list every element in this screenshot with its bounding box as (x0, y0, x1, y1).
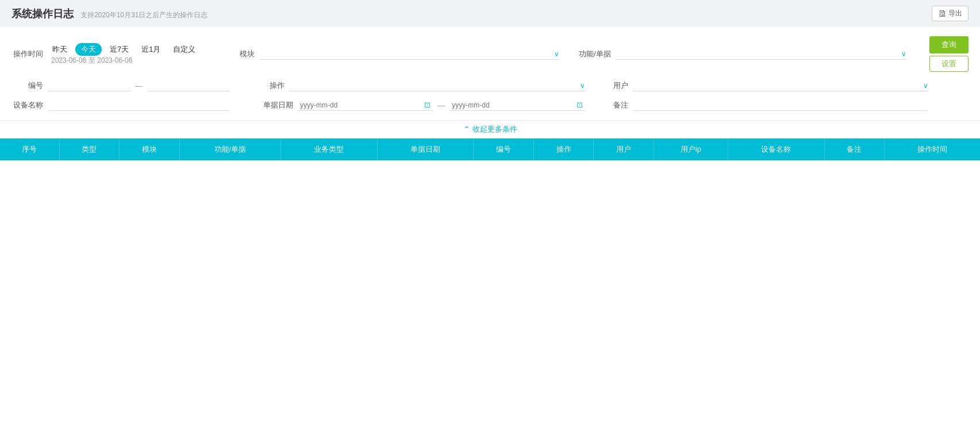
num-end-input[interactable] (147, 80, 230, 91)
operation-chevron-icon: ∨ (580, 82, 585, 90)
voucher-date-label: 单据日期 (253, 100, 293, 110)
func-select[interactable]: ∨ (616, 48, 906, 60)
operation-input[interactable] (289, 81, 578, 90)
num-separator: — (135, 82, 143, 90)
export-icon: 🖺 (938, 9, 946, 18)
user-label: 用户 (597, 80, 628, 91)
time-filter-group: 操作时间 昨天 今天 近7天 近1月 自定义 2023-06-06 至 2023… (11, 43, 200, 66)
user-input[interactable] (633, 81, 921, 90)
main-content: 序号类型模块功能/单据业务类型单据日期编号操作用户用户ip设备名称备注操作时间 … (0, 139, 980, 427)
custom-btn[interactable]: 自定义 (168, 43, 200, 56)
table-header-cell: 单据日期 (377, 139, 474, 160)
table-header: 序号类型模块功能/单据业务类型单据日期编号操作用户用户ip设备名称备注操作时间 (0, 139, 980, 160)
voucher-date-end-input[interactable] (452, 101, 576, 109)
export-label: 导出 (948, 9, 962, 18)
filter-row-1: 操作时间 昨天 今天 近7天 近1月 自定义 2023-06-06 至 2023… (11, 36, 969, 72)
operation-label: 操作 (253, 80, 285, 91)
filter-row-3: 设备名称 单据日期 ⊡ — ⊡ 备注 (11, 99, 969, 111)
table-header-cell: 操作 (533, 139, 593, 160)
module-filter-group: 模块 ∨ (223, 48, 559, 60)
table-header-cell: 模块 (120, 139, 179, 160)
module-select[interactable]: ∨ (259, 48, 559, 60)
table-header-cell: 操作时间 (884, 139, 980, 160)
func-chevron-icon: ∨ (901, 50, 906, 58)
calendar-start-icon[interactable]: ⊡ (424, 101, 431, 109)
func-label: 功能/单据 (571, 49, 611, 59)
settings-button[interactable]: 设置 (929, 56, 969, 72)
voucher-date-end-wrapper: ⊡ (449, 99, 585, 111)
collapse-icon: ⌃ (463, 125, 470, 134)
header-left: 系统操作日志 支持2020年10月31日之后产生的操作日志 (11, 7, 207, 21)
module-label: 模块 (223, 49, 255, 59)
date-range-display: 2023-06-06 至 2023-06-06 (51, 56, 200, 66)
remark-label: 备注 (597, 100, 628, 110)
page-subtitle: 支持2020年10月31日之后产生的操作日志 (80, 10, 207, 20)
table-header-cell: 用户 (594, 139, 654, 160)
func-input[interactable] (616, 49, 899, 58)
voucher-date-start-wrapper: ⊡ (298, 99, 433, 111)
empty-area (0, 160, 980, 333)
table-container: 序号类型模块功能/单据业务类型单据日期编号操作用户用户ip设备名称备注操作时间 (0, 139, 980, 427)
data-table: 序号类型模块功能/单据业务类型单据日期编号操作用户用户ip设备名称备注操作时间 (0, 139, 980, 160)
user-chevron-icon: ∨ (923, 82, 928, 90)
date-separator: — (437, 101, 445, 110)
time-options: 昨天 今天 近7天 近1月 自定义 2023-06-06 至 2023-06-0… (48, 43, 200, 66)
query-button[interactable]: 查询 (929, 36, 969, 53)
table-header-row: 序号类型模块功能/单据业务类型单据日期编号操作用户用户ip设备名称备注操作时间 (0, 139, 980, 160)
voucher-date-filter-group: 单据日期 ⊡ — ⊡ (253, 99, 585, 111)
table-header-cell: 设备名称 (728, 139, 824, 160)
last1month-btn[interactable]: 近1月 (137, 43, 165, 56)
table-header-cell: 备注 (824, 139, 884, 160)
device-label: 设备名称 (11, 100, 43, 110)
today-btn[interactable]: 今天 (75, 43, 102, 56)
table-header-cell: 类型 (59, 139, 119, 160)
collapse-label: 收起更多条件 (472, 124, 517, 134)
last7-btn[interactable]: 近7天 (105, 43, 133, 56)
operation-filter-group: 操作 ∨ (253, 80, 585, 91)
calendar-end-icon[interactable]: ⊡ (577, 101, 583, 109)
table-header-cell: 编号 (474, 139, 533, 160)
collapse-bar[interactable]: ⌃ 收起更多条件 (0, 121, 980, 139)
module-chevron-icon: ∨ (554, 50, 559, 58)
table-header-cell: 序号 (0, 139, 59, 160)
table-header-cell: 用户ip (654, 139, 728, 160)
module-input[interactable] (259, 49, 551, 58)
yesterday-btn[interactable]: 昨天 (48, 43, 72, 56)
filter-panel: 操作时间 昨天 今天 近7天 近1月 自定义 2023-06-06 至 2023… (0, 27, 980, 121)
voucher-date-start-input[interactable] (300, 101, 424, 109)
table-header-cell: 业务类型 (281, 139, 378, 160)
remark-input[interactable] (633, 99, 929, 111)
user-filter-group: 用户 ∨ (597, 80, 929, 91)
time-buttons: 昨天 今天 近7天 近1月 自定义 (48, 43, 200, 56)
num-label: 编号 (11, 80, 43, 91)
export-button[interactable]: 🖺 导出 (932, 6, 969, 21)
remark-filter-group: 备注 (597, 99, 929, 111)
num-start-input[interactable] (48, 80, 130, 91)
page-header: 系统操作日志 支持2020年10月31日之后产生的操作日志 🖺 导出 (0, 0, 980, 27)
num-filter-group: 编号 — (11, 80, 230, 91)
table-header-cell: 功能/单据 (179, 139, 280, 160)
device-filter-group: 设备名称 (11, 99, 230, 111)
filter-row-2: 编号 — 操作 ∨ 用户 ∨ (11, 80, 969, 91)
user-select[interactable]: ∨ (633, 80, 929, 91)
action-buttons: 查询 设置 (929, 36, 969, 72)
func-filter-group: 功能/单据 ∨ (571, 48, 906, 60)
page-title: 系统操作日志 (11, 7, 74, 21)
operation-select[interactable]: ∨ (289, 80, 585, 91)
time-label: 操作时间 (11, 49, 43, 59)
device-input[interactable] (48, 99, 230, 111)
